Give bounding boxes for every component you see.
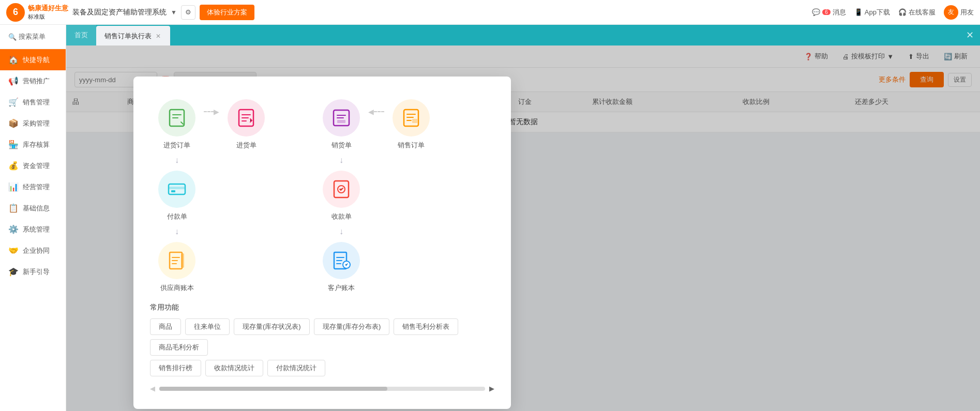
online-service-label: 在线客服 xyxy=(909,8,936,17)
top-right: 💬 6 消息 📱 App下载 🎧 在线客服 友 用友 xyxy=(812,5,974,20)
logo-area: 6 畅康通好生意 标准版 xyxy=(6,3,72,22)
flow-second-col: 进货单 xyxy=(219,93,273,156)
flow-node-sales-order[interactable]: 销售订单 xyxy=(384,93,438,156)
arrow-down-1: ↓ xyxy=(175,156,179,164)
message-icon: 💬 xyxy=(812,8,820,16)
receipt-slip-label: 收款单 xyxy=(331,212,352,221)
svg-rect-8 xyxy=(337,120,345,123)
flow-node-receipt-slip[interactable]: 收款单 xyxy=(314,164,368,227)
arrow-connector-2: ◀ xyxy=(368,93,384,116)
operations-icon: 📊 xyxy=(8,182,19,192)
tab-sales-order-label: 销售订单执行表 xyxy=(104,32,152,41)
flow-node-sales-receipt[interactable]: 销货单 xyxy=(314,93,368,156)
svg-rect-3 xyxy=(171,190,175,192)
sidebar-item-cooperation[interactable]: 🤝 企业协同 xyxy=(0,240,66,261)
sidebar-item-label: 企业协同 xyxy=(23,246,50,255)
purchase-icon: 📦 xyxy=(8,118,19,128)
logo-text: 畅康通好生意 标准版 xyxy=(28,4,68,20)
logo-icon: 6 xyxy=(6,3,25,22)
search-menu-label: 搜索菜单 xyxy=(19,32,46,41)
flow-node-payment[interactable]: 付款单 xyxy=(150,164,204,227)
system-title-text: 装备及固定资产辅助管理系统 xyxy=(72,8,167,17)
sidebar-item-operations[interactable]: 📊 经营管理 xyxy=(0,176,66,197)
cf-btn-payment-stats[interactable]: 付款情况统计 xyxy=(267,360,325,376)
sidebar-item-label: 经营管理 xyxy=(23,182,50,192)
tutorial-icon: 🎓 xyxy=(8,267,19,277)
cf-btn-inventory-dist[interactable]: 现存量(库存分布表) xyxy=(314,318,390,335)
message-btn[interactable]: 💬 6 消息 xyxy=(812,8,846,17)
customer-ledger-circle xyxy=(323,242,360,279)
receipt-slip-circle xyxy=(323,171,360,208)
content-area: 首页 销售订单执行表 ✕ ✕ ❓ 帮助 xyxy=(66,25,980,411)
tab-bar-close-btn[interactable]: ✕ xyxy=(966,29,974,41)
sidebar-item-system[interactable]: ⚙️ 系统管理 xyxy=(0,219,66,240)
sidebar: 🔍 搜索菜单 🏠 快捷导航 📢 营销推广 🛒 销售管理 📦 xyxy=(0,25,66,411)
sales-receipt-label: 销货单 xyxy=(331,141,352,150)
cf-btn-sales-ranking[interactable]: 销售排行榜 xyxy=(150,360,201,376)
flow-node-purchase-receipt[interactable]: 进货单 xyxy=(219,93,273,156)
scroll-left-btn[interactable]: ◀ xyxy=(150,385,155,392)
avatar: 友 xyxy=(944,5,958,20)
sales-order-label: 销售订单 xyxy=(398,141,425,150)
search-menu[interactable]: 🔍 搜索菜单 xyxy=(0,25,66,49)
sidebar-item-label: 系统管理 xyxy=(23,225,50,234)
sidebar-item-basic-info[interactable]: 📋 基础信息 xyxy=(0,197,66,219)
tab-home[interactable]: 首页 xyxy=(66,25,96,45)
scroll-right-btn[interactable]: ▶ xyxy=(489,385,494,392)
settings-gear-btn[interactable]: ⚙ xyxy=(181,5,195,20)
sidebar-item-sales[interactable]: 🛒 销售管理 xyxy=(0,92,66,113)
svg-rect-2 xyxy=(169,187,185,189)
scrollbar-track xyxy=(159,387,485,391)
app-container: 6 畅康通好生意 标准版 装备及固定资产辅助管理系统 ▼ ⚙ 体验行业方案 💬 … xyxy=(0,0,980,411)
modal-overlay[interactable]: 进货订单 ↓ 付款单 ↓ xyxy=(66,45,980,411)
sales-icon: 🛒 xyxy=(8,97,19,107)
trial-btn[interactable]: 体验行业方案 xyxy=(200,5,254,20)
flow-diagram: 进货订单 ↓ 付款单 ↓ xyxy=(150,93,494,299)
cf-btn-sales-profit[interactable]: 销售毛利分析表 xyxy=(394,318,458,335)
sidebar-item-tutorial[interactable]: 🎓 新手引导 xyxy=(0,261,66,282)
cf-btn-counterparty[interactable]: 往来单位 xyxy=(185,318,230,335)
sidebar-item-marketing[interactable]: 📢 营销推广 xyxy=(0,70,66,92)
flow-fourth-col: 销售订单 xyxy=(384,93,438,156)
cf-btn-product-profit[interactable]: 商品毛利分析 xyxy=(150,339,208,356)
tab-close-btn[interactable]: ✕ xyxy=(155,33,162,40)
arrow-down-4: ↓ xyxy=(339,227,343,236)
sidebar-item-label: 快捷导航 xyxy=(23,55,50,65)
tab-home-label: 首页 xyxy=(74,31,88,40)
user-name: 用友 xyxy=(960,8,974,17)
sidebar-item-purchase[interactable]: 📦 采购管理 xyxy=(0,113,66,134)
online-service-btn[interactable]: 🎧 在线客服 xyxy=(898,8,936,17)
finance-icon: 💰 xyxy=(8,161,19,171)
cf-btn-collection-stats[interactable]: 收款情况统计 xyxy=(205,360,263,376)
cf-btn-product[interactable]: 商品 xyxy=(150,318,181,335)
sidebar-item-inventory[interactable]: 🏪 库存核算 xyxy=(0,134,66,155)
purchase-receipt-circle xyxy=(228,99,265,136)
cooperation-icon: 🤝 xyxy=(8,246,19,255)
user-menu[interactable]: 友 用友 xyxy=(944,5,974,20)
top-bar: 6 畅康通好生意 标准版 装备及固定资产辅助管理系统 ▼ ⚙ 体验行业方案 💬 … xyxy=(0,0,980,25)
phone-icon: 📱 xyxy=(854,8,863,16)
headset-icon: 🎧 xyxy=(898,8,907,16)
purchase-order-circle xyxy=(158,99,195,136)
arrow-down-3: ↓ xyxy=(339,156,343,164)
flow-node-purchase-order[interactable]: 进货订单 xyxy=(150,93,204,156)
common-functions: 常用功能 商品 往来单位 现存量(库存状况表) 现存量(库存分布表) 销售毛利分… xyxy=(150,303,494,376)
scrollbar-thumb[interactable] xyxy=(159,387,387,391)
system-dropdown-btn[interactable]: ▼ xyxy=(171,9,177,16)
sidebar-item-quick-nav[interactable]: 🏠 快捷导航 xyxy=(0,49,66,70)
app-download-label: App下载 xyxy=(865,8,890,17)
svg-rect-5 xyxy=(181,253,184,268)
flow-left-col: 进货订单 ↓ 付款单 ↓ xyxy=(150,93,204,299)
modal-scrollbar-area: ◀ ▶ xyxy=(150,385,494,392)
flow-node-supplier-ledger[interactable]: 供应商账本 xyxy=(150,236,204,299)
tab-sales-order[interactable]: 销售订单执行表 ✕ xyxy=(96,26,170,47)
sidebar-item-finance[interactable]: 💰 资金管理 xyxy=(0,155,66,176)
cf-btn-inventory-status[interactable]: 现存量(库存状况表) xyxy=(234,318,310,335)
main-area: 🔍 搜索菜单 🏠 快捷导航 📢 营销推广 🛒 销售管理 📦 xyxy=(0,25,980,411)
flow-node-customer-ledger[interactable]: 客户账本 xyxy=(314,236,368,299)
customer-ledger-label: 客户账本 xyxy=(328,283,355,293)
sidebar-item-label: 基础信息 xyxy=(23,204,50,213)
sidebar-item-label: 库存核算 xyxy=(23,140,50,149)
system-title: 装备及固定资产辅助管理系统 ▼ ⚙ 体验行业方案 xyxy=(72,5,812,20)
app-download-btn[interactable]: 📱 App下载 xyxy=(854,8,890,17)
